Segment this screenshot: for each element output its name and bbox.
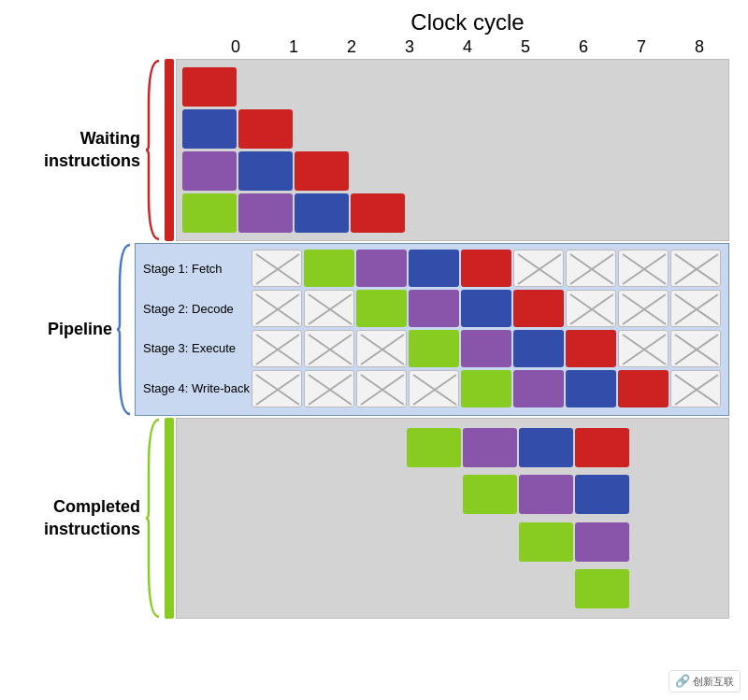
grid-cell (519, 428, 573, 467)
grid-cell (182, 109, 237, 149)
grid-cell (252, 370, 302, 407)
grid-cell (575, 569, 629, 608)
grid-cell (618, 330, 669, 367)
grid-cell (461, 370, 511, 407)
grid-cell (407, 193, 461, 233)
grid-cell (356, 330, 407, 367)
grid-cell (295, 193, 349, 233)
grid-cell (461, 250, 511, 287)
stage-label: Stage 4: Write-back (141, 381, 252, 395)
pipeline-stage-row: Stage 1: Fetch (141, 250, 723, 287)
pipeline-section: PipelineStage 1: FetchStage 2: DecodeSta… (19, 243, 729, 416)
grid-cell (618, 290, 669, 327)
clock-number: 8 (670, 37, 728, 57)
grid-cell (304, 370, 354, 407)
grid-cell (670, 290, 721, 327)
grid-cell (182, 522, 237, 562)
grid-cell (351, 428, 405, 467)
grid-cell (513, 330, 564, 367)
grid-cell (238, 193, 293, 233)
grid-cell (519, 475, 573, 514)
grid-cell (295, 109, 349, 149)
grid-cell (461, 290, 511, 327)
grid-cell (356, 290, 407, 327)
grid-cell (407, 569, 461, 608)
grid-cell (295, 67, 349, 107)
grid-cell (407, 522, 461, 562)
grid-cell (519, 151, 573, 191)
grid-cell (513, 250, 564, 287)
grid-cell (252, 330, 302, 367)
grid-cell (519, 193, 573, 233)
grid-cell (513, 290, 564, 327)
clock-number: 2 (323, 37, 381, 57)
grid-cell (670, 250, 721, 287)
grid-cell (631, 522, 685, 562)
waiting-section: Waitinginstructions (19, 59, 729, 241)
grid-cell (463, 428, 517, 467)
clock-number: 7 (612, 37, 670, 57)
clock-number: 6 (554, 37, 612, 57)
clock-numbers-row: 012345678 (207, 37, 728, 57)
waiting-red-bar (165, 59, 174, 241)
grid-cell (351, 151, 405, 191)
grid-cell (631, 151, 685, 191)
grid-cell (575, 475, 629, 514)
stage-label: Stage 1: Fetch (141, 262, 252, 276)
grid-cell (182, 475, 237, 514)
grid-cell (463, 67, 517, 107)
grid-cell (575, 428, 629, 467)
grid-cell (631, 569, 685, 608)
grid-cell (409, 250, 459, 287)
grid-cell (182, 67, 237, 107)
grid-cell (238, 109, 293, 149)
grid-cell (575, 109, 629, 149)
grid-cell (304, 330, 354, 367)
grid-cell (295, 522, 349, 562)
grid-cell (351, 569, 405, 608)
grid-cell (631, 428, 685, 467)
grid-cell (670, 330, 721, 367)
clock-cycle-title: Clock cycle (410, 9, 524, 36)
grid-cell (238, 428, 293, 467)
grid-cell (351, 475, 405, 514)
grid-cell (575, 522, 629, 562)
clock-number: 3 (381, 37, 439, 57)
grid-cell (513, 370, 564, 407)
pipeline-stage-row: Stage 2: Decode (141, 290, 723, 327)
grid-cell (238, 569, 293, 608)
grid-cell (519, 109, 573, 149)
grid-cell (566, 330, 616, 367)
clock-number: 0 (207, 37, 265, 57)
grid-cell (409, 290, 459, 327)
clock-number: 1 (265, 37, 323, 57)
grid-cell (356, 250, 407, 287)
grid-cell (409, 370, 459, 407)
completed-green-bar (165, 418, 174, 619)
pipeline-stage-row: Stage 4: Write-back (141, 370, 723, 407)
pipeline-label: Pipeline (48, 320, 112, 339)
grid-cell (407, 109, 461, 149)
grid-cell (182, 193, 237, 233)
grid-cell (295, 475, 349, 514)
grid-cell (351, 522, 405, 562)
grid-cell (238, 67, 293, 107)
grid-cell (351, 109, 405, 149)
grid-cell (618, 250, 669, 287)
grid-cell (575, 151, 629, 191)
grid-cell (407, 428, 461, 467)
grid-cell (519, 522, 573, 562)
grid-cell (461, 330, 511, 367)
grid-cell (356, 370, 407, 407)
grid-cell (407, 151, 461, 191)
grid-cell (304, 290, 354, 327)
grid-cell (238, 151, 293, 191)
completed-label: Completedinstructions (44, 496, 140, 540)
grid-cell (463, 569, 517, 608)
grid-cell (407, 67, 461, 107)
grid-cell (566, 250, 616, 287)
grid-cell (252, 250, 302, 287)
grid-cell (238, 475, 293, 514)
grid-cell (182, 569, 237, 608)
grid-cell (631, 193, 685, 233)
